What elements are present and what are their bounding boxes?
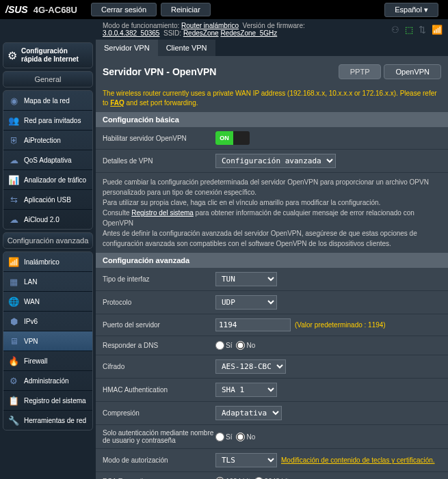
asus-logo: /SUS <box>5 4 28 15</box>
nav-icon: 🌐 <box>8 295 20 307</box>
sidebar-item-aplicación-usb[interactable]: ⇆Aplicación USB <box>3 190 92 210</box>
cert-link[interactable]: Modificación de contenido de teclas y ce… <box>281 456 435 464</box>
nav-icon: ☁ <box>8 213 20 225</box>
logout-button[interactable]: Cerrar sesión <box>91 3 157 16</box>
tab-server-vpn[interactable]: Servidor VPN <box>96 40 158 56</box>
nav-icon: ⇆ <box>8 193 20 206</box>
nav-icon: 📋 <box>8 394 20 407</box>
sidebar-item-ipv6[interactable]: ⬢IPv6 <box>3 312 92 331</box>
nav-icon: ⬢ <box>8 315 20 327</box>
ssid1-link[interactable]: RedesZone <box>183 29 219 37</box>
compression-select[interactable]: Adaptativa <box>215 406 282 420</box>
sidebar-item-inalámbrico[interactable]: 📶Inalámbrico <box>3 252 92 272</box>
nav-icon: ⚙ <box>8 374 20 387</box>
signal-icon: 📶 <box>432 25 443 35</box>
nav-icon: 🔧 <box>8 414 20 426</box>
details-select[interactable]: Configuración avanzada <box>215 154 336 168</box>
nav-icon: 🔥 <box>8 355 20 367</box>
status-icons: ⚇ ⬚ ⇅ 📶 <box>391 25 443 35</box>
model-name: 4G-AC68U <box>34 5 77 15</box>
sidebar-item-herramientas-de-red[interactable]: 🔧Herramientas de red <box>3 411 92 430</box>
dns-no-radio[interactable] <box>236 341 245 350</box>
sidebar-item-administración[interactable]: ⚙Administración <box>3 371 92 391</box>
sidebar-item-firewall[interactable]: 🔥Firewall <box>3 351 92 371</box>
pptp-button[interactable]: PPTP <box>339 64 382 79</box>
warning-message: The wireless router currently uses a pri… <box>96 85 448 112</box>
firmware-link[interactable]: 3.0.0.4.382_50365 <box>103 29 159 37</box>
protocol-select[interactable]: UDP <box>215 295 277 310</box>
syslog-link[interactable]: Registro del sistema <box>131 209 194 217</box>
gear-icon: ⚙ <box>8 48 17 63</box>
sidebar-item-qos-adaptativa[interactable]: ☁QoS Adaptativa <box>3 150 92 170</box>
nav-icon: 👥 <box>8 114 20 126</box>
nav-icon: ▦ <box>8 275 20 288</box>
sidebar-item-aicloud-2.0[interactable]: ☁AiCloud 2.0 <box>3 210 92 229</box>
usb-icon: ⇅ <box>419 25 426 35</box>
tab-client-vpn[interactable]: Cliente VPN <box>158 40 215 56</box>
mode-link[interactable]: Router inalámbrico <box>181 22 239 29</box>
interface-select[interactable]: TUN <box>215 272 277 286</box>
sidebar-item-mapa-de-la-red[interactable]: ◉Mapa de la red <box>3 91 92 111</box>
nav-icon: ☁ <box>8 154 20 166</box>
sidebar-item-wan[interactable]: 🌐WAN <box>3 292 92 312</box>
ssid2-link[interactable]: RedesZone_5GHz <box>220 29 277 37</box>
nav-icon: 📊 <box>8 174 20 186</box>
details-label: Detalles de VPN <box>103 157 215 165</box>
port-input[interactable] <box>215 318 291 331</box>
nav-icon: 🖥 <box>8 335 20 347</box>
nav-icon: ◉ <box>8 94 20 107</box>
language-select[interactable]: Español ▾ <box>384 3 438 17</box>
sidebar-general-header: General <box>3 71 93 87</box>
cipher-select[interactable]: AES-128-CBC <box>215 359 286 374</box>
enable-label: Habilitar servidor OpenVPN <box>103 135 215 142</box>
sidebar-item-analizador-de-tráfico[interactable]: 📊Analizador de tráfico <box>3 170 92 190</box>
basic-config-header: Configuración básica <box>96 112 448 127</box>
sidebar-advanced-header: Configuración avanzada <box>3 232 93 249</box>
advanced-config-header: Configuración avanzada <box>96 253 448 268</box>
enable-toggle[interactable]: ON <box>215 131 250 145</box>
faq-link[interactable]: FAQ <box>110 99 124 107</box>
multi-user-icon: ⚇ <box>391 25 399 35</box>
sidebar-item-lan[interactable]: ▦LAN <box>3 272 92 292</box>
sidebar-item-red-para-invitados[interactable]: 👥Red para invitados <box>3 111 92 131</box>
sidebar-item-vpn[interactable]: 🖥VPN <box>3 331 92 351</box>
page-title: Servidor VPN - OpenVPN <box>103 66 216 77</box>
lan-icon: ⬚ <box>405 25 413 35</box>
sidebar-item-registro-del-sistema[interactable]: 📋Registro del sistema <box>3 391 92 411</box>
dns-yes-radio[interactable] <box>215 341 224 350</box>
description-text: Puede cambiar la configuración predeterm… <box>96 173 448 253</box>
userauth-no-radio[interactable] <box>236 433 245 441</box>
firmware-info: Modo de funcionamiento: Router inalámbri… <box>103 22 305 37</box>
userauth-yes-radio[interactable] <box>215 433 224 441</box>
nav-icon: ⛨ <box>8 134 20 146</box>
authmode-select[interactable]: TLS <box>215 453 277 467</box>
nav-icon: 📶 <box>8 256 20 268</box>
sidebar-quick-setup[interactable]: ⚙ Configuración rápida de Internet <box>3 42 93 68</box>
reboot-button[interactable]: Reiniciar <box>161 3 211 16</box>
hmac-select[interactable]: SHA 1 <box>215 383 277 397</box>
sidebar-item-aiprotection[interactable]: ⛨AiProtection <box>3 131 92 150</box>
openvpn-button[interactable]: OpenVPN <box>384 64 441 79</box>
